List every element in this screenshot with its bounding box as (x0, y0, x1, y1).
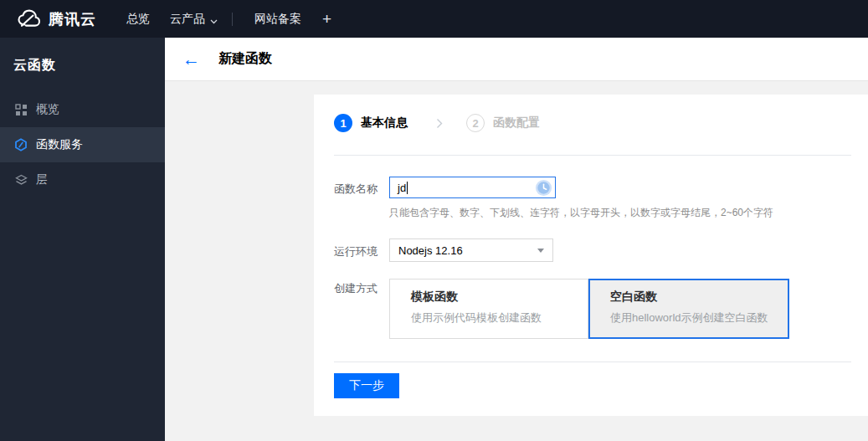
page-header: ← 新建函数 (165, 38, 868, 81)
top-navbar: 腾讯云 总览 云产品 网站备案 + (0, 0, 868, 38)
basic-info-form: 函数名称 jd 只能 (314, 177, 868, 339)
add-tab-button[interactable]: + (322, 10, 331, 28)
function-name-input[interactable]: jd (389, 177, 556, 198)
nav-item-website-icp[interactable]: 网站备案 (254, 12, 301, 27)
create-function-card: 1 基本信息 2 函数配置 函数名称 jd (314, 95, 868, 416)
creation-method-label: 创建方式 (334, 279, 389, 296)
nav-item-overview[interactable]: 总览 (126, 12, 150, 27)
step-2-label: 函数配置 (493, 115, 540, 131)
layers-icon (14, 173, 28, 187)
sidebar-item-label: 概览 (36, 102, 59, 117)
runtime-select[interactable]: Nodejs 12.16 (389, 238, 553, 262)
function-name-label: 函数名称 (334, 177, 389, 197)
sidebar-item-label: 函数服务 (36, 137, 83, 152)
cloud-logo-icon (14, 9, 41, 28)
content-area: 1 基本信息 2 函数配置 函数名称 jd (165, 82, 868, 441)
creation-method-row: 创建方式 模板函数 使用示例代码模板创建函数 空白函数 使用helloworld… (334, 279, 868, 339)
footer-divider (334, 362, 851, 362)
chevron-right-icon (436, 118, 443, 129)
function-name-row: 函数名称 jd 只能 (334, 177, 868, 220)
clock-pending-icon (535, 179, 552, 199)
method-card-blank-function[interactable]: 空白函数 使用helloworld示例创建空白函数 (588, 279, 789, 339)
runtime-label: 运行环境 (334, 238, 389, 259)
method-cards: 模板函数 使用示例代码模板创建函数 空白函数 使用helloworld示例创建空… (389, 279, 789, 339)
method-title: 模板函数 (411, 290, 588, 305)
sidebar-product-title: 云函数 (0, 38, 165, 74)
chevron-down-icon (210, 13, 218, 27)
scf-hexagon-icon (14, 138, 28, 151)
method-desc: 使用示例代码模板创建函数 (411, 310, 588, 326)
brand-name: 腾讯云 (49, 9, 96, 29)
tencent-cloud-logo[interactable]: 腾讯云 (14, 9, 96, 29)
step-divider (334, 155, 851, 156)
text-cursor (407, 182, 408, 194)
method-desc: 使用helloworld示例创建空白函数 (610, 310, 788, 326)
nav-divider (232, 13, 233, 26)
next-step-button[interactable]: 下一步 (334, 373, 399, 398)
dropdown-caret-icon (537, 249, 544, 253)
nav-item-cloud-products[interactable]: 云产品 (170, 12, 218, 27)
function-name-value: jd (398, 182, 406, 194)
step-1-circle: 1 (334, 114, 352, 132)
method-card-template-function[interactable]: 模板函数 使用示例代码模板创建函数 (389, 279, 588, 339)
runtime-selected-value: Nodejs 12.16 (398, 244, 463, 257)
back-button[interactable]: ← (182, 50, 200, 68)
sidebar-item-label: 层 (36, 172, 48, 187)
step-2-circle: 2 (466, 114, 485, 132)
sidebar-item-overview[interactable]: 概览 (0, 92, 165, 127)
sidebar-menu: 概览 函数服务 层 (0, 92, 165, 197)
runtime-row: 运行环境 Nodejs 12.16 (334, 238, 868, 262)
page-title: 新建函数 (218, 50, 272, 68)
function-name-hint: 只能包含字母、数字、下划线、连字符，以字母开头，以数字或字母结尾，2~60个字符 (389, 206, 773, 220)
sidebar-item-layers[interactable]: 层 (0, 162, 165, 197)
method-title: 空白函数 (610, 290, 788, 305)
wizard-steps: 1 基本信息 2 函数配置 (314, 95, 868, 132)
sidebar-item-function-service[interactable]: 函数服务 (0, 127, 165, 162)
sidebar: 云函数 概览 函数服务 (0, 38, 165, 441)
grid-icon (14, 103, 28, 116)
step-1-label: 基本信息 (361, 115, 408, 131)
